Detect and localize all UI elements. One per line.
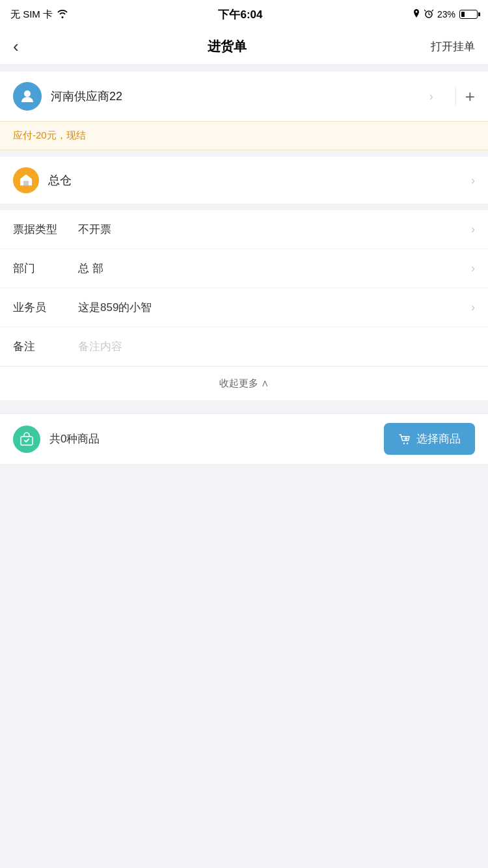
supplier-section: 河南供应商22 › + 应付-20元，现结 xyxy=(0,72,488,150)
supplier-divider xyxy=(455,87,456,105)
status-time: 下午6:04 xyxy=(218,7,262,22)
warehouse-icon xyxy=(13,167,39,193)
divider-3 xyxy=(0,400,488,407)
svg-point-1 xyxy=(24,90,31,97)
nav-title: 进货单 xyxy=(208,38,247,55)
invoice-row[interactable]: 票据类型 不开票 › xyxy=(0,210,488,249)
bottom-bar: 共0种商品 选择商品 xyxy=(0,413,488,464)
remark-row[interactable]: 备注 备注内容 xyxy=(0,327,488,366)
salesman-label: 业务员 xyxy=(13,300,65,315)
invoice-arrow-icon: › xyxy=(471,223,475,236)
svg-point-5 xyxy=(407,442,408,444)
remark-label: 备注 xyxy=(13,339,65,354)
form-section: 票据类型 不开票 › 部门 总 部 › 业务员 这是859的小智 › 备注 备注… xyxy=(0,210,488,400)
status-left: 无 SIM 卡 xyxy=(10,8,68,21)
top-divider xyxy=(0,65,488,72)
salesman-value: 这是859的小智 xyxy=(78,300,465,315)
divider-1 xyxy=(0,150,488,157)
battery-percent: 23% xyxy=(437,9,455,20)
battery-fill xyxy=(461,12,465,17)
department-arrow-icon: › xyxy=(471,262,475,275)
salesman-arrow-icon: › xyxy=(471,301,475,314)
add-supplier-button[interactable]: + xyxy=(465,88,475,105)
alarm-icon xyxy=(424,9,433,20)
warehouse-section: 总仓 › xyxy=(0,157,488,204)
status-right: 23% xyxy=(413,9,478,20)
department-label: 部门 xyxy=(13,261,65,276)
collapse-button[interactable]: 收起更多 ∧ xyxy=(219,377,269,390)
gray-area xyxy=(0,464,488,659)
supplier-arrow-icon: › xyxy=(429,90,433,103)
wifi-icon xyxy=(57,9,68,20)
divider-2 xyxy=(0,204,488,210)
nav-bar: ‹ 进货单 打开挂单 xyxy=(0,29,488,65)
svg-rect-2 xyxy=(23,181,29,185)
warehouse-name: 总仓 xyxy=(48,172,471,188)
cart-icon xyxy=(398,433,411,446)
department-row[interactable]: 部门 总 部 › xyxy=(0,249,488,288)
collapse-row: 收起更多 ∧ xyxy=(0,366,488,400)
supplier-avatar xyxy=(13,82,42,111)
invoice-label: 票据类型 xyxy=(13,222,65,237)
invoice-value: 不开票 xyxy=(78,222,465,237)
supplier-row[interactable]: 河南供应商22 › + xyxy=(0,72,488,121)
product-icon xyxy=(13,426,40,453)
status-bar: 无 SIM 卡 下午6:04 23% xyxy=(0,0,488,29)
warehouse-arrow-icon: › xyxy=(471,174,475,187)
supplier-name: 河南供应商22 xyxy=(51,88,429,104)
select-product-label: 选择商品 xyxy=(416,431,461,446)
select-product-button[interactable]: 选择商品 xyxy=(384,423,475,455)
warehouse-row[interactable]: 总仓 › xyxy=(0,157,488,204)
open-pending-button[interactable]: 打开挂单 xyxy=(431,39,475,54)
notice-text: 应付-20元，现结 xyxy=(13,129,86,141)
battery-icon xyxy=(459,10,478,19)
location-icon xyxy=(413,9,420,20)
carrier-text: 无 SIM 卡 xyxy=(10,8,53,21)
remark-placeholder: 备注内容 xyxy=(78,339,475,354)
back-button[interactable]: ‹ xyxy=(8,31,24,62)
salesman-row[interactable]: 业务员 这是859的小智 › xyxy=(0,288,488,327)
product-count: 共0种商品 xyxy=(49,431,384,446)
notice-banner: 应付-20元，现结 xyxy=(0,121,488,150)
department-value: 总 部 xyxy=(78,261,465,276)
svg-point-4 xyxy=(403,442,405,444)
